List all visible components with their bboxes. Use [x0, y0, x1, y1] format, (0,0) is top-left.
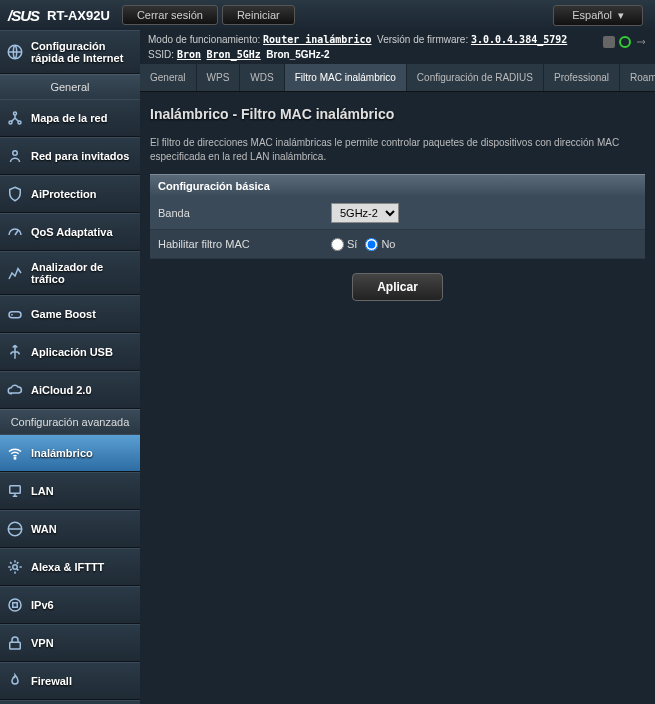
ssid-label: SSID:: [148, 49, 174, 60]
chevron-down-icon: ▾: [618, 9, 624, 22]
sidebar-label: Firewall: [31, 675, 72, 687]
gamepad-icon: [6, 305, 24, 323]
svg-rect-7: [10, 486, 21, 494]
enable-filter-label: Habilitar filtro MAC: [150, 230, 325, 258]
svg-rect-14: [603, 36, 615, 48]
yes-label: Sí: [347, 238, 357, 250]
vpn-icon: [6, 634, 24, 652]
tab-general[interactable]: General: [140, 64, 197, 91]
status-bar: Modo de funcionamiento: Router inalámbri…: [140, 30, 655, 64]
usb-icon: [6, 343, 24, 361]
sidebar-label: Configuración rápida de Internet: [31, 40, 134, 64]
status-icon-usb[interactable]: [635, 36, 647, 48]
svg-point-9: [13, 565, 18, 570]
page-description: El filtro de direcciones MAC inalámbrica…: [150, 136, 645, 164]
no-label: No: [381, 238, 395, 250]
sidebar-item-alexa[interactable]: Alexa & IFTTT: [0, 548, 140, 586]
sidebar-item-aicloud[interactable]: AiCloud 2.0: [0, 371, 140, 409]
svg-point-6: [14, 458, 16, 460]
lan-icon: [6, 482, 24, 500]
model-name: RT-AX92U: [47, 8, 110, 23]
svg-rect-5: [9, 312, 21, 318]
network-icon: [6, 109, 24, 127]
status-icon-1[interactable]: [603, 36, 615, 48]
sidebar-item-usb[interactable]: Aplicación USB: [0, 333, 140, 371]
sidebar: Configuración rápida de Internet General…: [0, 0, 140, 704]
fw-label: Versión de firmware:: [377, 34, 468, 45]
logout-button[interactable]: Cerrar sesión: [122, 5, 218, 25]
band-select[interactable]: 5GHz-2: [331, 203, 399, 223]
sidebar-label: AiProtection: [31, 188, 96, 200]
svg-point-10: [9, 599, 21, 611]
sidebar-item-network-map[interactable]: Mapa de la red: [0, 99, 140, 137]
tab-radius[interactable]: Configuración de RADIUS: [407, 64, 544, 91]
svg-point-1: [14, 112, 17, 115]
sidebar-label: AiCloud 2.0: [31, 384, 92, 396]
radio-yes-input[interactable]: [331, 238, 344, 251]
tab-wds[interactable]: WDS: [240, 64, 284, 91]
sidebar-item-guest-network[interactable]: Red para invitados: [0, 137, 140, 175]
sidebar-item-qos[interactable]: QoS Adaptativa: [0, 213, 140, 251]
band-label: Banda: [150, 199, 325, 227]
tabs: General WPS WDS Filtro MAC inalámbrico C…: [140, 64, 655, 92]
ssid-2[interactable]: Bron_5GHz: [207, 49, 261, 60]
firewall-icon: [6, 672, 24, 690]
status-icon-2[interactable]: [619, 36, 631, 48]
language-label: Español: [572, 9, 612, 21]
radio-yes[interactable]: Sí: [331, 238, 357, 251]
tab-roaming[interactable]: Roaming Block List: [620, 64, 655, 91]
tab-professional[interactable]: Professional: [544, 64, 620, 91]
language-button[interactable]: Español ▾: [553, 5, 643, 26]
section-header: Configuración básica: [150, 174, 645, 197]
brand-logo: /SUS: [0, 7, 47, 24]
cloud-icon: [6, 381, 24, 399]
page-title: Inalámbrico - Filtro MAC inalámbrico: [150, 106, 645, 122]
sidebar-header-general: General: [0, 74, 140, 99]
sidebar-label: Red para invitados: [31, 150, 129, 162]
sidebar-item-game-boost[interactable]: Game Boost: [0, 295, 140, 333]
chart-icon: [6, 264, 24, 282]
sidebar-item-aiprotection[interactable]: AiProtection: [0, 175, 140, 213]
sidebar-item-ipv6[interactable]: IPv6: [0, 586, 140, 624]
globe-icon: [6, 43, 24, 61]
sidebar-item-wan[interactable]: WAN: [0, 510, 140, 548]
ssid-3: Bron_5GHz-2: [266, 49, 329, 60]
sidebar-header-advanced: Configuración avanzada: [0, 409, 140, 434]
fw-value[interactable]: 3.0.0.4.384_5792: [471, 34, 567, 45]
wifi-icon: [6, 444, 24, 462]
sidebar-item-lan[interactable]: LAN: [0, 472, 140, 510]
tab-wps[interactable]: WPS: [197, 64, 241, 91]
sidebar-label: WAN: [31, 523, 57, 535]
sidebar-item-firewall[interactable]: Firewall: [0, 662, 140, 700]
ipv6-icon: [6, 596, 24, 614]
radio-no[interactable]: No: [365, 238, 395, 251]
radio-no-input[interactable]: [365, 238, 378, 251]
main-content: Modo de funcionamiento: Router inalámbri…: [140, 0, 655, 704]
svg-point-15: [620, 37, 630, 47]
sidebar-label: IPv6: [31, 599, 54, 611]
sidebar-label: QoS Adaptativa: [31, 226, 113, 238]
sidebar-item-admin[interactable]: Administración: [0, 700, 140, 704]
guest-icon: [6, 147, 24, 165]
svg-point-4: [13, 151, 18, 156]
mode-label: Modo de funcionamiento:: [148, 34, 260, 45]
sidebar-label: Analizador de tráfico: [31, 261, 134, 285]
sidebar-item-traffic[interactable]: Analizador de tráfico: [0, 251, 140, 295]
sidebar-label: Mapa de la red: [31, 112, 107, 124]
sidebar-label: LAN: [31, 485, 54, 497]
sidebar-label: VPN: [31, 637, 54, 649]
reboot-button[interactable]: Reiniciar: [222, 5, 295, 25]
sidebar-quick-setup[interactable]: Configuración rápida de Internet: [0, 30, 140, 74]
mode-value[interactable]: Router inalámbrico: [263, 34, 371, 45]
sidebar-label: Aplicación USB: [31, 346, 113, 358]
sidebar-label: Inalámbrico: [31, 447, 93, 459]
alexa-icon: [6, 558, 24, 576]
sidebar-label: Alexa & IFTTT: [31, 561, 104, 573]
apply-button[interactable]: Aplicar: [352, 273, 443, 301]
sidebar-item-vpn[interactable]: VPN: [0, 624, 140, 662]
wan-icon: [6, 520, 24, 538]
svg-rect-11: [10, 642, 21, 649]
ssid-1[interactable]: Bron: [177, 49, 201, 60]
sidebar-item-wireless[interactable]: Inalámbrico: [0, 434, 140, 472]
tab-mac-filter[interactable]: Filtro MAC inalámbrico: [285, 64, 407, 91]
